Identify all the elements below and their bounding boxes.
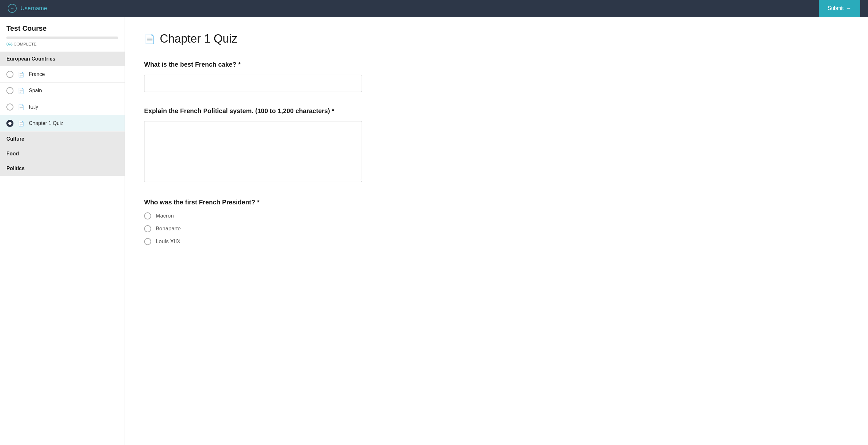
item-label-italy: Italy [29,104,38,110]
submit-label: Submit [828,5,844,11]
question-label-1: What is the best French cake? * [144,61,849,68]
item-label-france: France [29,71,45,77]
answer-input-1[interactable] [144,75,362,92]
radio-btn-macron[interactable] [144,212,151,219]
item-label-chapter-quiz: Chapter 1 Quiz [29,120,63,126]
radio-btn-bonaparte[interactable] [144,225,151,232]
radio-circle-france [6,71,13,78]
section-label-european-countries: European Countries [6,56,55,61]
submit-button[interactable]: Submit → [819,0,860,17]
quiz-title-row: 📄 Chapter 1 Quiz [144,32,849,46]
username-link[interactable]: Username [21,5,47,12]
course-header: Test Course 0% COMPLETE [0,17,125,52]
progress-bar-container [6,36,118,39]
radio-option-bonaparte[interactable]: Bonaparte [144,225,849,232]
quiz-icon: 📄 [144,34,155,44]
question-block-3: Who was the first French President? * Ma… [144,199,849,245]
item-label-spain: Spain [29,88,42,93]
top-nav: ← Username Submit → [0,0,868,17]
radio-circle-spain [6,87,13,94]
sidebar-item-chapter-quiz[interactable]: 📄 Chapter 1 Quiz [0,115,125,132]
doc-icon-italy: 📄 [18,104,24,110]
section-label-culture: Culture [6,136,24,142]
answer-textarea-2[interactable] [144,121,362,182]
section-header-culture[interactable]: Culture [0,132,125,146]
section-label-politics: Politics [6,166,25,171]
radio-label-louis: Louis XIIX [156,238,181,245]
radio-label-macron: Macron [156,213,174,219]
radio-btn-louis[interactable] [144,238,151,245]
sidebar: Test Course 0% COMPLETE European Countri… [0,17,125,445]
back-button[interactable]: ← [8,4,17,13]
sidebar-item-france[interactable]: 📄 France [0,66,125,83]
question-label-3: Who was the first French President? * [144,199,849,206]
sidebar-item-italy[interactable]: 📄 Italy [0,99,125,115]
doc-icon-france: 📄 [18,71,24,78]
radio-option-louis[interactable]: Louis XIIX [144,238,849,245]
radio-option-macron[interactable]: Macron [144,212,849,219]
main-content: 📄 Chapter 1 Quiz What is the best French… [125,17,868,445]
course-title: Test Course [6,24,118,33]
section-header-food[interactable]: Food [0,146,125,161]
radio-label-bonaparte: Bonaparte [156,226,181,232]
section-label-food: Food [6,151,19,156]
radio-options-3: Macron Bonaparte Louis XIIX [144,212,849,245]
radio-circle-italy [6,103,13,111]
section-header-european-countries[interactable]: European Countries [0,52,125,66]
question-block-1: What is the best French cake? * [144,61,849,92]
question-block-2: Explain the French Political system. (10… [144,107,849,183]
question-label-2: Explain the French Political system. (10… [144,107,849,115]
progress-percent: 0% [6,42,12,47]
radio-circle-chapter-quiz [6,120,13,127]
main-layout: Test Course 0% COMPLETE European Countri… [0,17,868,445]
progress-label: 0% COMPLETE [6,42,118,47]
doc-icon-chapter-quiz: 📄 [18,120,24,126]
progress-suffix: COMPLETE [13,42,36,47]
quiz-title: Chapter 1 Quiz [160,32,237,46]
submit-arrow-icon: → [846,5,851,11]
doc-icon-spain: 📄 [18,88,24,94]
section-header-politics[interactable]: Politics [0,161,125,176]
sidebar-item-spain[interactable]: 📄 Spain [0,83,125,99]
nav-left: ← Username [8,4,47,13]
